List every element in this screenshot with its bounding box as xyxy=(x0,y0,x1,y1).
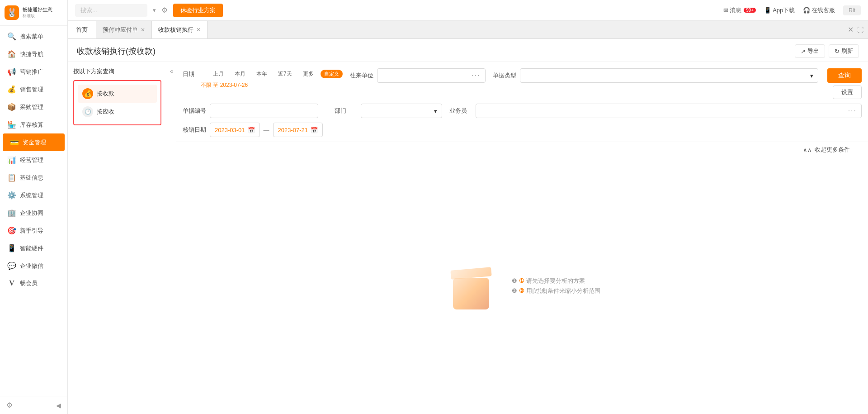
date-btn-last-month[interactable]: 上月 xyxy=(209,68,228,80)
export-btn[interactable]: ↗ 导出 xyxy=(795,44,825,58)
filter-row-2: 单据编号 部门 ▾ 业务员 ··· xyxy=(176,104,868,123)
empty-hint-2: ② 用[过滤]条件来缩小分析范围 xyxy=(512,287,600,295)
search-placeholder: 搜索... xyxy=(80,7,97,14)
sidebar-item-label: 销售管理 xyxy=(20,86,43,94)
verify-date-end[interactable]: 2023-07-21 📅 xyxy=(273,123,323,137)
page-header-actions: ↗ 导出 ↻ 刷新 xyxy=(795,44,859,58)
dept-field: 部门 ▾ xyxy=(335,104,442,118)
sidebar-item-system[interactable]: ⚙️ 系统管理 xyxy=(0,186,67,204)
collapse-more-btn[interactable]: ∧∧ 收起更多条件 xyxy=(803,144,850,156)
counterpart-input[interactable]: ··· xyxy=(377,68,486,83)
sidebar-item-hardware[interactable]: 📱 智能硬件 xyxy=(0,239,67,257)
tab-receipt-verify[interactable]: 收款核销执行 ✕ xyxy=(152,21,208,38)
tab-maximize-icon[interactable]: ⛶ xyxy=(857,26,863,33)
sidebar-item-sales[interactable]: 💰 销售管理 xyxy=(0,81,67,98)
app-download-btn[interactable]: 📱 App下载 xyxy=(764,6,795,14)
operations-icon: 📊 xyxy=(7,156,16,164)
empty-illustration xyxy=(444,264,498,309)
header-right: ✉ 消息 99+ 📱 App下载 🎧 在线客服 Rit xyxy=(723,5,861,15)
staff-input[interactable]: ··· xyxy=(476,104,862,118)
search-menu-icon: 🔍 xyxy=(7,32,16,41)
user-name[interactable]: Rit xyxy=(843,5,861,15)
filter-option-by-receivable[interactable]: 🕐 按应收 xyxy=(78,103,157,121)
sidebar-item-operations[interactable]: 📊 经营管理 xyxy=(0,151,67,169)
voucher-type-select[interactable]: ▾ xyxy=(520,68,818,83)
sidebar-item-guide[interactable]: 🎯 新手引导 xyxy=(0,222,67,239)
online-service-btn[interactable]: 🎧 在线客服 xyxy=(803,6,835,14)
dept-select[interactable]: ▾ xyxy=(361,104,442,118)
filter-option-by-receipt[interactable]: 💰 按收款 xyxy=(78,85,157,103)
filter-sidebar: 按以下方案查询 💰 按收款 🕐 按应收 xyxy=(68,62,167,414)
sidebar-collapse-icon[interactable]: ◀ xyxy=(56,402,61,409)
sidebar-item-label: 畅会员 xyxy=(20,279,38,287)
guide-icon: 🎯 xyxy=(7,226,16,235)
sidebar-item-quick-nav[interactable]: 🏠 快捷导航 xyxy=(0,45,67,63)
tab-home[interactable]: 首页 xyxy=(68,21,96,38)
sidebar-item-finance[interactable]: 💳 资金管理 xyxy=(3,133,65,151)
voucher-type-label: 单据类型 xyxy=(493,71,516,80)
date-quick-btns: 上月 本月 本年 近7天 更多 自定义 xyxy=(209,68,343,80)
sidebar-settings-icon[interactable]: ⚙ xyxy=(6,401,13,409)
sidebar-item-basic-info[interactable]: 📋 基础信息 xyxy=(0,169,67,186)
tab-receipt-verify-close[interactable]: ✕ xyxy=(196,27,201,33)
purchase-icon: 📦 xyxy=(7,103,16,111)
sidebar-item-label: 搜索菜单 xyxy=(20,33,43,41)
refresh-icon: ↻ xyxy=(835,48,840,55)
tab-prepay-close[interactable]: ✕ xyxy=(141,27,145,33)
sidebar-item-label: 基础信息 xyxy=(20,174,43,182)
chevron-up-icon: ∧∧ xyxy=(803,147,812,153)
voucher-no-label: 单据编号 xyxy=(183,107,206,115)
counterpart-ellipsis[interactable]: ··· xyxy=(472,71,480,80)
solution-btn[interactable]: 休验行业方案 xyxy=(173,4,223,17)
sidebar-item-label: 智能硬件 xyxy=(20,244,43,252)
voucher-type-field: 单据类型 ▾ xyxy=(493,68,818,83)
sidebar-item-wechat[interactable]: 💬 企业微信 xyxy=(0,257,67,275)
sidebar-item-marketing[interactable]: 📢 营销推广 xyxy=(0,63,67,81)
sidebar-item-label: 系统管理 xyxy=(20,191,43,200)
settings-btn[interactable]: 设置 xyxy=(833,86,862,99)
sidebar-item-label: 新手引导 xyxy=(20,227,43,235)
date-btn-more[interactable]: 更多 xyxy=(299,68,318,80)
logo-badge: 标准版 xyxy=(23,13,52,19)
sidebar-item-search-menu[interactable]: 🔍 搜索菜单 xyxy=(0,28,67,45)
message-btn[interactable]: ✉ 消息 99+ xyxy=(723,6,756,14)
staff-label: 业务员 xyxy=(449,107,472,115)
calendar-icon-end: 📅 xyxy=(311,127,318,133)
date-custom-btn[interactable]: 自定义 xyxy=(321,70,343,78)
tab-close-all-icon[interactable]: ✕ xyxy=(848,25,854,34)
page-header: 收款核销执行(按收款) ↗ 导出 ↻ 刷新 xyxy=(68,39,868,62)
sidebar-item-enterprise[interactable]: 🏢 企业协同 xyxy=(0,204,67,222)
by-receivable-icon: 🕐 xyxy=(82,106,93,117)
empty-text: ① 请先选择要分析的方案 ② 用[过滤]条件来缩小分析范围 xyxy=(512,277,600,297)
dept-chevron-icon: ▾ xyxy=(434,108,437,114)
export-icon: ↗ xyxy=(801,48,806,55)
header-search-box[interactable]: 搜索... xyxy=(75,4,147,17)
query-btn[interactable]: 查询 xyxy=(827,68,862,83)
sales-icon: 💰 xyxy=(7,85,16,94)
verify-date-start[interactable]: 2023-03-01 📅 xyxy=(210,123,260,137)
sidebar-item-vip[interactable]: V 畅会员 xyxy=(0,275,67,292)
top-header: 搜索... ▾ ⚙ 休验行业方案 ✉ 消息 99+ 📱 App下载 🎧 在线客服… xyxy=(68,0,868,21)
date-btn-this-month[interactable]: 本月 xyxy=(231,68,250,80)
filter-form-container: 日期 上月 本月 本年 近7天 更多 自定义 不限 至 2023-0 xyxy=(176,62,868,414)
voucher-no-input[interactable] xyxy=(210,104,318,118)
collapse-more-bar: ∧∧ 收起更多条件 xyxy=(176,142,868,159)
sidebar-collapse-btn[interactable]: « xyxy=(167,62,176,80)
tab-prepay[interactable]: 预付冲应付单 ✕ xyxy=(96,21,152,38)
staff-ellipsis[interactable]: ··· xyxy=(848,107,857,115)
filter-sidebar-box: 💰 按收款 🕐 按应收 xyxy=(73,80,161,125)
settings-icon[interactable]: ⚙ xyxy=(161,6,168,14)
date-btn-7days[interactable]: 近7天 xyxy=(274,68,296,80)
dept-label: 部门 xyxy=(335,107,357,115)
date-btn-this-year[interactable]: 本年 xyxy=(252,68,271,80)
sidebar-item-label: 采购管理 xyxy=(20,103,43,111)
sidebar-item-purchase[interactable]: 📦 采购管理 xyxy=(0,98,67,116)
message-badge: 99+ xyxy=(744,8,756,13)
refresh-btn[interactable]: ↻ 刷新 xyxy=(829,44,859,58)
sidebar-item-inventory[interactable]: 🏪 库存核算 xyxy=(0,116,67,133)
verify-date-label: 核销日期 xyxy=(183,126,206,134)
dropdown-icon[interactable]: ▾ xyxy=(153,7,156,14)
counterpart-label: 往来单位 xyxy=(350,71,373,80)
tab-bar-right: ✕ ⛶ xyxy=(848,25,868,34)
app-icon: 📱 xyxy=(764,7,771,14)
